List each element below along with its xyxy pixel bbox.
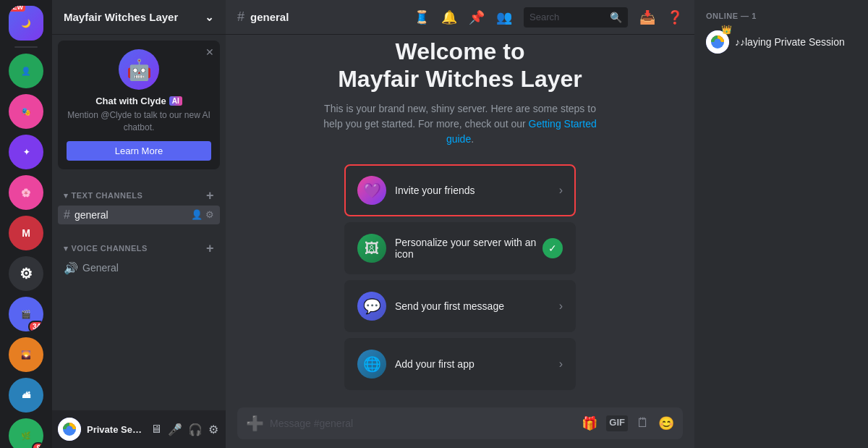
voice-channels-header[interactable]: ▾ VOICE CHANNELS + [58, 240, 220, 258]
clyde-description: Mention @Clyde to talk to our new AI cha… [67, 109, 211, 134]
check-icon-container: ✓ [542, 238, 563, 258]
text-channels-header[interactable]: ▾ TEXT CHANNELS + [58, 187, 220, 205]
invite-friends-card[interactable]: 💜 Invite your friends › [344, 164, 576, 216]
ai-badge: AI [169, 96, 182, 106]
text-channels-section: ▾ TEXT CHANNELS + # general 👤 ⚙ [52, 175, 226, 228]
server-icon-s4[interactable]: ✦ [9, 135, 43, 169]
server-sidebar: NEW 🌙 👤 🎭 ✦ 🌸 M ⚙ 🎬 34 🌄 🏙 🌿 8 + 🧭 [0, 0, 52, 448]
message-input-area: ➕ 🎁 GIF 🗒 😊 [226, 399, 694, 448]
invite-friends-icon: 💜 [363, 182, 381, 199]
channel-header: # general 🧵 🔔 📌 👥 🔍 📥 ❓ [226, 0, 694, 35]
threads-icon[interactable]: 🧵 [414, 9, 430, 25]
learn-more-button[interactable]: Learn More [67, 141, 211, 161]
user-name: Private Session [87, 424, 143, 435]
headset-icon[interactable]: 🎧 [187, 421, 204, 438]
message-add-button[interactable]: ➕ [246, 415, 264, 432]
personalize-label: Personalize your server with an icon [395, 237, 542, 260]
personalize-card[interactable]: 🖼 Personalize your server with an icon ✓ [344, 222, 576, 274]
personalize-icon: 🖼 [365, 240, 379, 257]
voice-channels-collapse-icon: ▾ [64, 244, 69, 253]
channel-hash-icon: # [237, 9, 244, 25]
server-icon-s5[interactable]: 🌸 [9, 175, 43, 210]
server-icon-s2[interactable]: 👤 [9, 54, 43, 88]
members-section-title: ONLINE — 1 [700, 12, 862, 20]
search-input[interactable] [529, 12, 605, 22]
check-icon: ✓ [548, 242, 557, 254]
user-avatar [58, 418, 81, 441]
user-settings-icon[interactable]: ⚙ [207, 421, 220, 438]
active-server-icon-emoji: 🌙 [21, 19, 31, 28]
channel-item-general[interactable]: # general 👤 ⚙ [58, 206, 220, 224]
chrome-icon [58, 418, 81, 441]
server-icon-s10[interactable]: 🏙 [9, 378, 43, 413]
main-content: # general 🧵 🔔 📌 👥 🔍 📥 ❓ Welcome to Mayfa… [226, 0, 694, 448]
display-icon[interactable]: 🖥 [149, 421, 163, 438]
chevron-down-icon: ⌄ [205, 11, 214, 24]
server-icon-s7[interactable]: ⚙ [9, 256, 43, 291]
first-message-card[interactable]: 💬 Send your first message › [344, 280, 576, 332]
server-header[interactable]: Mayfair Witches Layer ⌄ [52, 0, 226, 35]
inbox-icon[interactable]: 📥 [639, 9, 655, 25]
server-icon-s8[interactable]: 🎬 34 [9, 297, 43, 331]
help-icon[interactable]: ❓ [667, 9, 683, 25]
first-message-icon: 💬 [363, 297, 381, 315]
invite-icon[interactable]: 👤 [191, 209, 203, 220]
text-channels-collapse-icon: ▾ [64, 191, 69, 200]
user-controls: 🖥 🎤 🎧 ⚙ [149, 421, 220, 438]
voice-channel-name: General [82, 262, 214, 274]
first-message-label: Send your first message [395, 300, 559, 312]
channel-sidebar: Mayfair Witches Layer ⌄ ✕ 🤖 Chat with Cl… [52, 0, 226, 448]
gif-icon[interactable]: GIF [606, 415, 628, 431]
server-badge-s8: 34 [28, 321, 43, 331]
clyde-title: Chat with Clyde AI [67, 96, 211, 106]
add-first-app-card[interactable]: 🌐 Add your first app › [344, 338, 576, 390]
emoji-icon[interactable]: 😊 [658, 415, 674, 431]
server-icon-marvel[interactable]: M [9, 216, 43, 250]
members-icon[interactable]: 👥 [496, 9, 512, 25]
text-channels-label: TEXT CHANNELS [72, 191, 206, 200]
personalize-icon-container: 🖼 [357, 234, 386, 263]
first-message-chevron-icon: › [559, 300, 563, 313]
clyde-card: ✕ 🤖 Chat with Clyde AI Mention @Clyde to… [58, 41, 220, 169]
member-item[interactable]: 👑 ♪♪laying Private Session [700, 26, 862, 58]
welcome-description: This is your brand new, shiny server. He… [315, 101, 605, 147]
channel-name-general: general [75, 209, 191, 221]
voice-channel-general[interactable]: 🔊 General [58, 258, 220, 278]
server-icon-s3[interactable]: 🎭 [9, 94, 43, 129]
add-voice-channel-button[interactable]: + [206, 241, 214, 256]
clyde-avatar: 🤖 [119, 49, 159, 90]
active-server-icon[interactable]: NEW 🌙 [9, 6, 43, 41]
search-bar[interactable]: 🔍 [524, 7, 628, 28]
voice-channels-section: ▾ VOICE CHANNELS + 🔊 General [52, 228, 226, 282]
server-icon-s11[interactable]: 🌿 8 [9, 418, 43, 448]
invite-chevron-icon: › [559, 184, 563, 197]
members-sidebar: ONLINE — 1 👑 ♪♪laying Private Session [694, 0, 868, 448]
add-app-icon-container: 🌐 [357, 350, 386, 379]
search-icon: 🔍 [610, 12, 622, 23]
welcome-title: Welcome to Mayfair Witches Layer [338, 38, 582, 93]
add-app-icon: 🌐 [363, 355, 381, 373]
user-area: Private Session 🖥 🎤 🎧 ⚙ [52, 410, 226, 448]
svg-point-5 [715, 39, 721, 46]
channel-actions: 👤 ⚙ [191, 209, 214, 220]
add-app-label: Add your first app [395, 358, 559, 370]
close-clyde-button[interactable]: ✕ [205, 46, 214, 58]
invite-icon-container: 💜 [357, 176, 386, 205]
pinned-icon[interactable]: 📌 [469, 9, 485, 25]
settings-icon[interactable]: ⚙ [205, 209, 214, 220]
notifications-icon[interactable]: 🔔 [441, 9, 457, 25]
mic-icon[interactable]: 🎤 [166, 421, 184, 438]
gift-icon[interactable]: 🎁 [582, 415, 597, 431]
user-info: Private Session [87, 424, 143, 435]
add-app-chevron-icon: › [559, 358, 563, 371]
message-input-container: ➕ 🎁 GIF 🗒 😊 [237, 407, 683, 439]
member-name: ♪♪laying Private Session [735, 36, 845, 48]
invite-friends-label: Invite your friends [395, 185, 559, 196]
sticker-icon[interactable]: 🗒 [637, 415, 650, 431]
server-name: Mayfair Witches Layer [64, 11, 178, 23]
header-actions: 🧵 🔔 📌 👥 🔍 📥 ❓ [414, 7, 683, 28]
message-input[interactable] [270, 418, 576, 429]
server-icon-s9[interactable]: 🌄 [9, 337, 43, 372]
add-text-channel-button[interactable]: + [206, 188, 214, 203]
member-info: ♪♪laying Private Session [735, 36, 845, 48]
